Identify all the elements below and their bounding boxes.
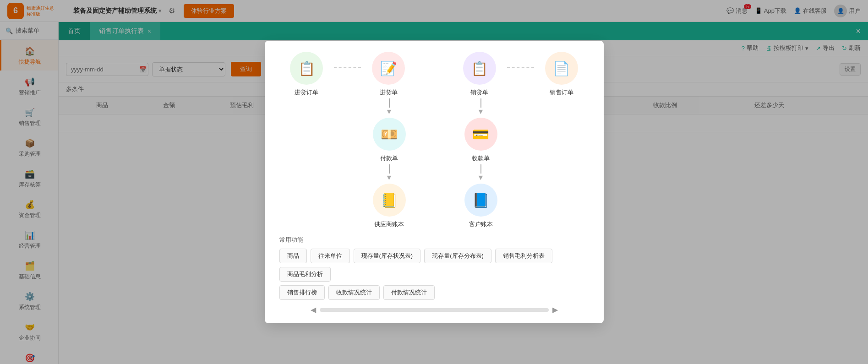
flow-node-sales-bill[interactable]: 📋 销货单 xyxy=(452,52,507,97)
flow-node-receipt[interactable]: 💳 收款单 xyxy=(453,118,508,163)
purchase-bill-circle: 📝 xyxy=(372,52,405,85)
func-buttons-row: 商品 往来单位 现存量(库存状况表) 现存量(库存分布表) 销售毛利分析表 商品… xyxy=(279,249,589,282)
supplier-ledger-label: 供应商账本 xyxy=(374,220,404,228)
arrow-down-sales-bill: ▼ xyxy=(453,98,508,116)
flow-node-purchase-order[interactable]: 📋 进货订单 xyxy=(279,52,334,97)
receipt-label: 收款单 xyxy=(472,154,490,163)
common-functions-title: 常用功能 xyxy=(279,236,589,244)
payment-label: 付款单 xyxy=(380,154,398,163)
func-btn-partners[interactable]: 往来单位 xyxy=(311,249,350,263)
func-btn-sales-rank[interactable]: 销售排行榜 xyxy=(279,285,325,300)
payment-circle: 💴 xyxy=(373,118,406,151)
sales-bill-label: 销货单 xyxy=(470,88,488,97)
sales-bill-circle: 📋 xyxy=(463,52,496,85)
func-btn-goods[interactable]: 商品 xyxy=(279,249,307,263)
flow-node-customer-ledger[interactable]: 📘 客户账本 xyxy=(453,184,508,228)
purchase-order-circle: 📋 xyxy=(290,52,323,85)
supplier-ledger-circle: 📒 xyxy=(373,184,406,217)
flow-node-payment[interactable]: 💴 付款单 xyxy=(362,118,417,163)
flow-node-purchase-bill[interactable]: 📝 进货单 xyxy=(361,52,415,97)
flow-arrows-down-row2: ▼ ▼ xyxy=(279,164,589,182)
flow-row-3: 📒 供应商账本 📘 客户账本 xyxy=(279,184,589,228)
flow-row-2: 💴 付款单 💳 收款单 xyxy=(279,118,589,163)
func-btn-payment-stats[interactable]: 付款情况统计 xyxy=(383,285,435,300)
scroll-right-icon[interactable]: ▶ xyxy=(552,305,558,314)
scroll-bar[interactable] xyxy=(320,308,549,312)
flow-node-sales-order[interactable]: 📄 销售订单 xyxy=(534,52,589,97)
scroll-left-icon[interactable]: ◀ xyxy=(311,305,316,314)
flow-node-supplier-ledger[interactable]: 📒 供应商账本 xyxy=(362,184,417,228)
arrow-down-payment: ▼ xyxy=(362,164,417,182)
func-btn-stock-dist[interactable]: 现存量(库存分布表) xyxy=(424,249,491,263)
flow-popup: 📋 进货订单 📝 进货单 📋 销货单 xyxy=(265,41,604,323)
func-btn-goods-gross[interactable]: 商品毛利分析 xyxy=(279,267,331,282)
flow-row-1: 📋 进货订单 📝 进货单 📋 销货单 xyxy=(279,52,589,97)
func-btn-sales-gross[interactable]: 销售毛利分析表 xyxy=(495,249,552,263)
arrow-purchase-to-bill xyxy=(334,67,361,68)
sales-order-label: 销售订单 xyxy=(550,88,573,97)
arrow-down-receipt: ▼ xyxy=(453,164,508,182)
scroll-hint: ◀ ▶ xyxy=(279,305,589,314)
customer-ledger-label: 客户账本 xyxy=(469,220,493,228)
purchase-order-label: 进货订单 xyxy=(295,88,318,97)
flow-arrows-down-row1: ▼ ▼ xyxy=(279,98,589,116)
func-btn-stock-status[interactable]: 现存量(库存状况表) xyxy=(354,249,421,263)
arrow-down-purchase-bill: ▼ xyxy=(362,98,417,116)
receipt-circle: 💳 xyxy=(464,118,497,151)
purchase-bill-label: 进货单 xyxy=(380,88,398,97)
popup-overlay[interactable]: 📋 进货订单 📝 进货单 📋 销货单 xyxy=(0,0,868,364)
arrow-sales-to-order xyxy=(507,67,535,68)
sales-order-circle: 📄 xyxy=(545,52,578,85)
common-functions-section: 常用功能 商品 往来单位 现存量(库存状况表) 现存量(库存分布表) 销售毛利分… xyxy=(279,236,589,300)
func-buttons-row2: 销售排行榜 收款情况统计 付款情况统计 xyxy=(279,285,589,300)
func-btn-receipt-stats[interactable]: 收款情况统计 xyxy=(328,285,380,300)
customer-ledger-circle: 📘 xyxy=(464,184,497,217)
